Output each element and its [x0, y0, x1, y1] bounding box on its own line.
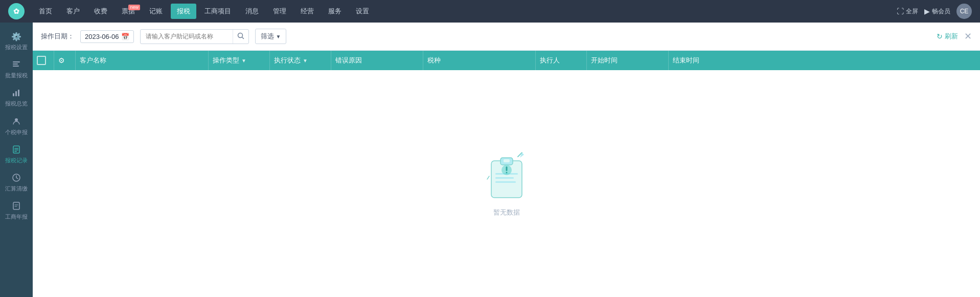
- tax-overview-icon: [11, 87, 22, 98]
- calendar-icon: 📅: [121, 33, 129, 40]
- svg-point-6: [15, 118, 18, 121]
- search-button[interactable]: [233, 30, 248, 44]
- sort-icon-status[interactable]: ▼: [303, 58, 308, 63]
- nav-tax[interactable]: 报税: [171, 4, 196, 19]
- nav-billing[interactable]: 收费: [88, 4, 113, 19]
- nav-settings[interactable]: 设置: [350, 4, 375, 19]
- svg-rect-10: [14, 151, 17, 152]
- th-tax-type: 税种: [423, 51, 536, 70]
- th-exec-status: 执行状态 ▼: [270, 51, 331, 70]
- toolbar: 操作日期： 2023-06-06 📅 筛选 ▼ ↻ 刷新 ✕: [33, 23, 980, 51]
- th-customer-name: 客户名称: [76, 51, 209, 70]
- personal-tax-icon: [11, 116, 22, 127]
- new-badge: new: [128, 5, 140, 10]
- main-layout: ⚙️ 报税设置 批量报税 报税总览 个税申报 报税记录: [0, 23, 980, 297]
- member-button[interactable]: ▶ 畅会员: [924, 7, 950, 16]
- nav-message[interactable]: 消息: [239, 4, 265, 19]
- th-checkbox[interactable]: [33, 51, 54, 70]
- svg-rect-9: [14, 150, 18, 151]
- svg-rect-5: [18, 90, 19, 96]
- svg-rect-19: [495, 177, 514, 179]
- close-button[interactable]: ✕: [964, 32, 972, 41]
- svg-rect-20: [495, 181, 516, 183]
- settings-icon[interactable]: ⚙: [58, 56, 65, 65]
- nav-accounts[interactable]: 记账: [143, 4, 169, 19]
- th-error-reason: 错误原因: [331, 51, 423, 70]
- content-area: 操作日期： 2023-06-06 📅 筛选 ▼ ↻ 刷新 ✕: [33, 23, 980, 297]
- top-nav: ✿ 首页 客户 收费 票据 new 记账 报税 工商项目 消息 管理 经营 服务…: [0, 0, 980, 23]
- svg-rect-0: [13, 61, 20, 62]
- fullscreen-button[interactable]: ⛶ 全屏: [897, 7, 918, 16]
- empty-illustration-svg: [486, 151, 527, 202]
- table-wrap: ⚙ 客户名称 操作类型 ▼ 执行状态 ▼ 错误原因 税种: [33, 51, 980, 297]
- svg-rect-12: [13, 202, 19, 209]
- search-input[interactable]: [141, 30, 233, 43]
- filter-label: 筛选: [261, 32, 274, 41]
- date-picker[interactable]: 2023-06-06 📅: [80, 30, 134, 43]
- tax-settings-icon: ⚙️: [11, 31, 22, 42]
- avatar[interactable]: CE: [956, 4, 972, 19]
- svg-rect-17: [504, 159, 510, 162]
- nav-service[interactable]: 服务: [322, 4, 348, 19]
- member-icon: ▶: [924, 7, 930, 15]
- search-wrap: [140, 29, 249, 44]
- svg-line-26: [487, 176, 489, 179]
- th-operation-type: 操作类型 ▼: [209, 51, 270, 70]
- svg-point-13: [238, 33, 242, 37]
- svg-point-23: [506, 172, 507, 173]
- svg-rect-1: [13, 63, 18, 65]
- svg-rect-4: [15, 91, 17, 96]
- th-executor: 执行人: [536, 51, 587, 70]
- empty-text: 暂无数据: [493, 208, 520, 217]
- nav-items: 首页 客户 收费 票据 new 记账 报税 工商项目 消息 管理 经营 服务 设…: [33, 4, 897, 19]
- nav-accounting[interactable]: 经营: [294, 4, 320, 19]
- chevron-down-icon: ▼: [276, 34, 281, 39]
- header-checkbox[interactable]: [37, 56, 46, 65]
- nav-invoice[interactable]: 票据 new: [116, 4, 141, 19]
- sidebar-item-tax-overview[interactable]: 报税总览: [0, 83, 33, 111]
- annual-report-icon: [11, 200, 22, 211]
- tax-record-icon: [11, 144, 22, 155]
- fullscreen-icon: ⛶: [897, 7, 904, 15]
- sidebar-item-batch-tax[interactable]: 批量报税: [0, 55, 33, 83]
- refresh-button[interactable]: ↻ 刷新: [937, 32, 958, 41]
- sidebar: ⚙️ 报税设置 批量报税 报税总览 个税申报 报税记录: [0, 23, 33, 297]
- refresh-icon: ↻: [937, 32, 943, 40]
- sidebar-item-settlement[interactable]: 汇算清缴: [0, 168, 33, 196]
- settlement-icon: [11, 172, 22, 183]
- batch-tax-icon: [11, 59, 22, 70]
- date-label: 操作日期：: [41, 32, 74, 41]
- table-body: 暂无数据: [33, 70, 980, 297]
- sidebar-item-tax-settings[interactable]: ⚙️ 报税设置: [0, 27, 33, 55]
- svg-rect-2: [13, 66, 19, 67]
- nav-industry[interactable]: 工商项目: [198, 4, 237, 19]
- nav-right: ⛶ 全屏 ▶ 畅会员 CE: [897, 4, 972, 19]
- date-value: 2023-06-06: [85, 33, 119, 40]
- table-header: ⚙ 客户名称 操作类型 ▼ 执行状态 ▼ 错误原因 税种: [33, 51, 980, 70]
- sort-icon-operation[interactable]: ▼: [241, 58, 246, 63]
- sidebar-item-tax-record[interactable]: 报税记录: [0, 140, 33, 168]
- svg-rect-3: [13, 93, 14, 96]
- svg-rect-8: [14, 148, 18, 149]
- svg-rect-22: [506, 166, 507, 171]
- nav-home[interactable]: 首页: [33, 4, 58, 19]
- nav-manage[interactable]: 管理: [267, 4, 292, 19]
- sidebar-item-annual-report[interactable]: 工商年报: [0, 196, 33, 224]
- th-settings[interactable]: ⚙: [54, 51, 76, 70]
- app-logo[interactable]: ✿: [8, 3, 25, 19]
- filter-button[interactable]: 筛选 ▼: [255, 29, 287, 44]
- th-start-time: 开始时间: [587, 51, 669, 70]
- nav-customer[interactable]: 客户: [60, 4, 86, 19]
- sidebar-item-personal-tax[interactable]: 个税申报: [0, 112, 33, 140]
- empty-state: 暂无数据: [486, 151, 527, 217]
- th-end-time: 结束时间: [669, 51, 740, 70]
